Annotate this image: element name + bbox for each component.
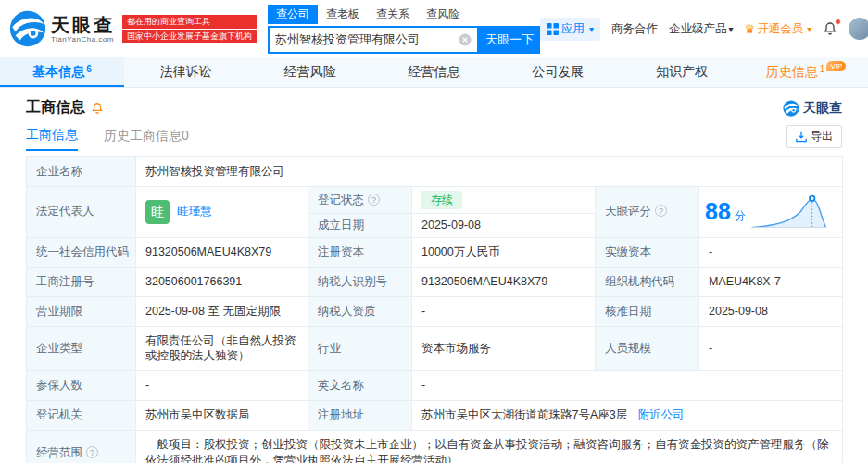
user-menu[interactable]: 费米 bbox=[849, 18, 868, 40]
reg-address-value: 苏州市吴中区太湖街道前珠路7号A座3层 附近公司 bbox=[412, 401, 843, 431]
vip-membership-link[interactable]: ♛ 开通会员 bbox=[745, 21, 812, 37]
tianyancha-company-page: 天眼查 TianYanCha.com 都在用的商业查询工具 国家中小企业发展子基… bbox=[0, 0, 868, 463]
tab-history-info[interactable]: 历史信息 1 VIP bbox=[744, 57, 868, 87]
reg-address-label: 注册地址 bbox=[308, 401, 412, 431]
subtab-history-business-registration[interactable]: 历史工商信息0 bbox=[104, 123, 189, 150]
industry-label: 行业 bbox=[308, 326, 412, 371]
search-tab-relation[interactable]: 查关系 bbox=[368, 5, 418, 24]
reg-capital-value: 10000万人民币 bbox=[412, 237, 596, 267]
subscribe-bell-icon[interactable] bbox=[91, 102, 104, 115]
topbar-right: 应用 商务合作 企业级产品 ♛ 开通会员 bbox=[540, 18, 868, 41]
search-tab-company[interactable]: 查公司 bbox=[268, 5, 318, 24]
top-header: 天眼查 TianYanCha.com 都在用的商业查询工具 国家中小企业发展子基… bbox=[0, 0, 868, 57]
help-icon[interactable] bbox=[368, 194, 380, 206]
company-name-label: 企业名称 bbox=[27, 157, 136, 187]
tax-qual-label: 纳税人资质 bbox=[308, 296, 412, 326]
subtabs-row: 工商信息 历史工商信息0 导出 bbox=[0, 122, 868, 151]
legal-rep-link[interactable]: 眭瑾慧 bbox=[177, 204, 212, 219]
chevron-down-icon bbox=[587, 22, 594, 35]
logo-text-block: 天眼查 TianYanCha.com bbox=[51, 15, 115, 44]
reg-capital-label: 注册资本 bbox=[308, 237, 412, 267]
chevron-down-icon bbox=[727, 22, 734, 35]
search-input[interactable] bbox=[275, 32, 459, 46]
table-row-insured: 参保人数 - 英文名称 - bbox=[27, 371, 843, 401]
user-avatar bbox=[849, 18, 868, 40]
score-number: 88 bbox=[705, 196, 731, 228]
staff-size-value: - bbox=[699, 326, 843, 371]
table-row-term: 营业期限 2025-09-08 至 无固定期限 纳税人资质 - 核准日期 202… bbox=[27, 296, 843, 326]
tianyancha-watermark-text: 天眼查 bbox=[803, 100, 842, 117]
term-value: 2025-09-08 至 无固定期限 bbox=[136, 296, 308, 326]
enterprise-products-link[interactable]: 企业级产品 bbox=[669, 21, 734, 37]
apps-menu-button[interactable]: 应用 bbox=[540, 18, 600, 41]
logo-title: 天眼查 bbox=[51, 15, 115, 35]
org-code-value: MAEU4K8X-7 bbox=[699, 267, 843, 296]
tab-basic-info[interactable]: 基本信息 6 bbox=[0, 57, 124, 87]
reg-authority-label: 登记机关 bbox=[27, 401, 136, 431]
tianyancha-logo-icon bbox=[9, 10, 46, 47]
tab-operational-risk-label: 经营风险 bbox=[284, 64, 336, 81]
paid-capital-value: - bbox=[699, 237, 843, 267]
english-name-value: - bbox=[412, 371, 843, 401]
reg-no-label: 工商注册号 bbox=[27, 267, 136, 296]
tax-id-label: 纳税人识别号 bbox=[308, 267, 412, 296]
table-row-reg-no: 工商注册号 320506001766391 纳税人识别号 91320506MAE… bbox=[27, 267, 843, 296]
tab-legal-proceedings[interactable]: 法律诉讼 bbox=[124, 57, 248, 87]
tianyancha-watermark-icon bbox=[783, 100, 799, 117]
tab-business-info-label: 经营信息 bbox=[409, 64, 460, 81]
search-tabs: 查公司 查老板 查关系 查风险 bbox=[268, 5, 540, 24]
clear-search-icon[interactable] bbox=[459, 33, 472, 46]
promo-banner: 都在用的商业查询工具 国家中小企业发展子基金旗下机构 bbox=[122, 14, 257, 44]
business-cooperation-link[interactable]: 商务合作 bbox=[611, 21, 658, 37]
business-scope-label: 经营范围 bbox=[27, 431, 136, 463]
help-icon[interactable] bbox=[655, 205, 667, 217]
tianyancha-watermark: 天眼查 bbox=[783, 100, 842, 117]
subtab-business-registration[interactable]: 工商信息 bbox=[26, 122, 78, 151]
nearby-companies-link[interactable]: 附近公司 bbox=[638, 408, 685, 421]
export-icon bbox=[796, 131, 807, 143]
company-type-value: 有限责任公司（非自然人投资或控股的法人独资） bbox=[136, 326, 308, 371]
search-tab-boss[interactable]: 查老板 bbox=[318, 5, 368, 24]
approve-date-label: 核准日期 bbox=[596, 296, 699, 326]
logo-subtitle: TianYanCha.com bbox=[51, 35, 115, 44]
company-name-value: 苏州智核投资管理有限公司 bbox=[136, 157, 843, 187]
vip-badge: VIP bbox=[826, 61, 846, 71]
tianyancha-logo[interactable]: 天眼查 TianYanCha.com bbox=[9, 10, 115, 47]
notifications-bell-icon[interactable] bbox=[823, 21, 837, 36]
status-badge: 存续 bbox=[421, 191, 462, 209]
export-button[interactable]: 导出 bbox=[786, 125, 842, 148]
uscc-label: 统一社会信用代码 bbox=[27, 237, 136, 267]
chevron-down-icon bbox=[805, 22, 811, 35]
subtab-history-label: 历史工商信息 bbox=[104, 128, 182, 143]
section-header: 工商信息 天眼查 bbox=[0, 88, 868, 120]
tab-operational-risk[interactable]: 经营风险 bbox=[248, 57, 372, 87]
search-tab-risk[interactable]: 查风险 bbox=[418, 5, 468, 24]
table-row-type: 企业类型 有限责任公司（非自然人投资或控股的法人独资） 行业 资本市场服务 人员… bbox=[27, 326, 843, 371]
english-name-label: 英文名称 bbox=[308, 371, 412, 401]
promo-line-1: 都在用的商业查询工具 bbox=[122, 15, 257, 28]
table-row-legal-rep-status: 法定代表人 眭 眭瑾慧 登记状态 存续 天眼评分 88 分 bbox=[27, 186, 843, 213]
promo-line-2: 国家中小企业发展子基金旗下机构 bbox=[122, 30, 257, 43]
search-button[interactable]: 天眼一下 bbox=[479, 26, 540, 54]
subtab-history-count: 0 bbox=[182, 128, 189, 143]
business-info-table: 企业名称 苏州智核投资管理有限公司 法定代表人 眭 眭瑾慧 登记状态 存续 天眼… bbox=[26, 156, 843, 463]
establish-date-value: 2025-09-08 bbox=[412, 214, 596, 238]
establish-date-label: 成立日期 bbox=[308, 214, 412, 238]
search-area: 查公司 查老板 查关系 查风险 天眼一下 bbox=[268, 5, 540, 54]
legal-rep-value: 眭 眭瑾慧 bbox=[136, 186, 308, 237]
legal-rep-label: 法定代表人 bbox=[27, 186, 136, 237]
help-icon[interactable] bbox=[86, 446, 98, 458]
table-row-authority: 登记机关 苏州市吴中区数据局 注册地址 苏州市吴中区太湖街道前珠路7号A座3层 … bbox=[27, 401, 843, 431]
uscc-value: 91320506MAEU4K8X79 bbox=[136, 237, 308, 267]
score-label: 天眼评分 bbox=[596, 186, 699, 237]
crown-icon: ♛ bbox=[745, 23, 756, 35]
tab-legal-proceedings-label: 法律诉讼 bbox=[160, 64, 212, 81]
tab-company-development[interactable]: 公司发展 bbox=[496, 57, 620, 87]
tab-history-info-count: 1 bbox=[820, 64, 825, 74]
table-row-uscc: 统一社会信用代码 91320506MAEU4K8X79 注册资本 10000万人… bbox=[27, 237, 843, 267]
insured-count-label: 参保人数 bbox=[27, 371, 136, 401]
tab-business-info[interactable]: 经营信息 bbox=[372, 57, 497, 87]
tab-intellectual-property[interactable]: 知识产权 bbox=[620, 57, 744, 87]
company-nav-tabs: 基本信息 6 法律诉讼 经营风险 经营信息 公司发展 知识产权 历史信息 1 V… bbox=[0, 57, 868, 88]
legal-rep-avatar: 眭 bbox=[145, 200, 170, 224]
